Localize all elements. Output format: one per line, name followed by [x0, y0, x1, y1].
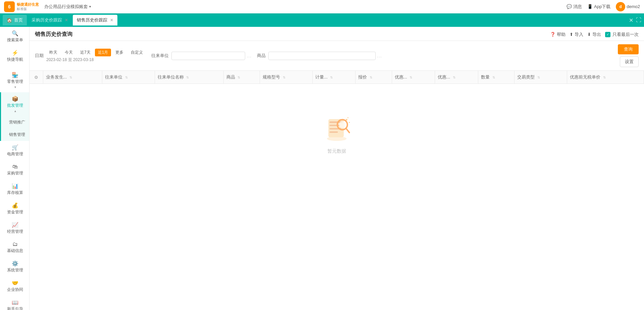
message-btn[interactable]: 💬 消息: [567, 4, 582, 10]
settings-button[interactable]: 设置: [620, 56, 639, 67]
col-biz-date[interactable]: 业务发生... ⇅: [43, 71, 102, 84]
date-btn-1month[interactable]: 近1月: [95, 49, 111, 56]
retail-icon: 🏪: [12, 72, 18, 78]
app-download-btn[interactable]: 📱 App下载: [587, 4, 610, 10]
topbar-right: 💬 消息 📱 App下载 d demo2: [567, 2, 640, 11]
sort-unit-icon[interactable]: ⇅: [330, 75, 333, 79]
tab-purchase-history[interactable]: 采购历史价跟踪 ✕: [28, 15, 72, 25]
tab-home[interactable]: 🏠 首页: [3, 15, 27, 25]
svg-rect-7: [329, 132, 338, 133]
sort-quoted-price-icon[interactable]: ⇅: [370, 75, 372, 79]
col-discount1[interactable]: 优惠... ⇅: [392, 71, 435, 84]
close-sales-tab-icon[interactable]: ✕: [110, 18, 113, 22]
sidebar-item-quicknav[interactable]: ⚡ 快捷导航: [0, 46, 29, 66]
sidebar-item-guide[interactable]: 📖 新手引导: [0, 296, 29, 310]
logo-text: 畅捷通好生意 标准版: [17, 2, 39, 11]
data-table: ⚙ 业务发生... ⇅ 往来单位 ⇅ 往来单位名称 ⇅: [30, 71, 644, 181]
sort-trade-type-icon[interactable]: ⇅: [537, 75, 540, 79]
sidebar-item-retail[interactable]: 🏪 零售管理 ▾: [0, 68, 29, 92]
date-btn-custom[interactable]: 自定义: [128, 49, 146, 56]
guide-icon: 📖: [12, 299, 18, 306]
sort-discount1-icon[interactable]: ⇅: [410, 75, 412, 79]
wholesale-arrow-icon: ▴: [14, 109, 16, 113]
fullscreen-icon[interactable]: ⛶: [636, 17, 641, 23]
only-last-checkbox-area[interactable]: ✓ 只看最后一次: [605, 32, 639, 38]
col-quantity[interactable]: 数量 ⇅: [478, 71, 515, 84]
date-btn-yesterday[interactable]: 昨天: [46, 49, 60, 56]
finance-icon: 💰: [12, 202, 18, 209]
only-last-checkbox[interactable]: ✓: [605, 32, 610, 37]
empty-illustration: [320, 111, 354, 144]
col-trade-type[interactable]: 交易类型 ⇅: [515, 71, 567, 84]
sidebar-item-purchase[interactable]: 🛍 采购管理: [0, 160, 29, 179]
sidebar-item-inventory[interactable]: 📊 库存核算: [0, 179, 29, 199]
sidebar-item-marketing[interactable]: 营销推广: [5, 116, 29, 128]
date-label: 日期: [35, 53, 44, 59]
quicknav-icon: ⚡: [12, 50, 18, 56]
date-btn-7days[interactable]: 近7天: [77, 49, 94, 56]
col-unit-code[interactable]: 往来单位 ⇅: [102, 71, 155, 84]
empty-state-row: 暂元数据: [30, 84, 644, 182]
col-pretax-price[interactable]: 优惠前无税单价 ⇅: [567, 71, 644, 84]
col-discount2[interactable]: 优惠... ⇅: [435, 71, 478, 84]
date-btn-today[interactable]: 今天: [62, 49, 76, 56]
export-btn[interactable]: ⬇ 导出: [587, 32, 601, 38]
sidebar-item-business[interactable]: 📈 经营管理: [0, 218, 29, 238]
product-input[interactable]: [268, 52, 376, 60]
sort-pretax-price-icon[interactable]: ⇅: [603, 75, 606, 79]
col-settings[interactable]: ⚙: [30, 71, 43, 84]
checkmark-icon: ✓: [606, 33, 609, 36]
sidebar-item-finance[interactable]: 💰 资金管理: [0, 199, 29, 218]
logo-area[interactable]: 6 畅捷通好生意 标准版: [4, 1, 39, 12]
col-unit-name[interactable]: 往来单位名称 ⇅: [155, 71, 223, 84]
sidebar-item-enterprise[interactable]: 🤝 企业协同: [0, 276, 29, 296]
product-dots[interactable]: ...: [377, 53, 382, 58]
purchase-icon: 🛍: [12, 164, 18, 170]
table-area: ⚙ 业务发生... ⇅ 往来单位 ⇅ 往来单位名称 ⇅: [30, 71, 644, 310]
date-col: 昨天 今天 近7天 近1月 更多 自定义 2023-02-18 至 2023-0…: [46, 49, 146, 63]
help-icon: ❓: [550, 32, 555, 37]
sidebar-item-system[interactable]: ⚙️ 系统管理: [0, 257, 29, 276]
sort-unit-code-icon[interactable]: ⇅: [125, 75, 128, 79]
close-all-tabs-icon[interactable]: ✕: [629, 17, 633, 23]
message-icon: 💬: [567, 4, 572, 9]
sidebar-item-ecommerce[interactable]: 🛒 电商管理: [0, 141, 29, 160]
sidebar-item-wholesale[interactable]: 📦 批发管理 ▴: [0, 92, 29, 116]
sort-product-icon[interactable]: ⇅: [237, 75, 240, 79]
basic-icon: 🗂: [12, 241, 18, 247]
ecommerce-icon: 🛒: [12, 144, 18, 151]
sort-discount2-icon[interactable]: ⇅: [453, 75, 455, 79]
filter-right-actions: 查询 设置: [618, 44, 639, 67]
from-unit-dots[interactable]: ...: [247, 53, 252, 58]
svg-point-13: [347, 117, 348, 118]
product-input-group: ...: [268, 52, 382, 60]
product-filter-group: 商品 ...: [257, 52, 382, 60]
col-spec[interactable]: 规格型号 ⇅: [260, 71, 313, 84]
help-btn[interactable]: ❓ 帮助: [550, 32, 566, 38]
sidebar-item-search[interactable]: 🔍 搜索菜单: [0, 27, 29, 46]
col-unit[interactable]: 计量... ⇅: [312, 71, 356, 84]
chevron-down-icon: ▾: [89, 5, 91, 8]
sort-biz-date-icon[interactable]: ⇅: [69, 75, 72, 79]
main-layout: 🔍 搜索菜单 ⚡ 快捷导航 🏪 零售管理 ▾ 📦 批发管理 ▴ 营销推广 销售管…: [0, 27, 644, 310]
sort-spec-icon[interactable]: ⇅: [283, 75, 285, 79]
sidebar-item-basic[interactable]: 🗂 基础信息: [0, 238, 29, 257]
import-btn[interactable]: ⬆ 导入: [570, 32, 583, 38]
date-filter-group: 日期 昨天 今天 近7天 近1月 更多 自定义 2023-02-18 至 202…: [35, 49, 146, 63]
col-quoted-price[interactable]: 报价 ⇅: [356, 71, 392, 84]
from-unit-filter-group: 往来单位 ...: [151, 52, 252, 60]
sort-quantity-icon[interactable]: ⇅: [492, 75, 495, 79]
from-unit-input[interactable]: [171, 52, 245, 60]
svg-rect-5: [329, 125, 340, 126]
close-purchase-tab-icon[interactable]: ✕: [65, 18, 68, 22]
date-btn-more[interactable]: 更多: [112, 49, 126, 56]
tab-sales-history[interactable]: 销售历史价跟踪 ✕: [73, 15, 117, 25]
user-area[interactable]: d demo2: [616, 2, 640, 11]
settings-col-icon[interactable]: ⚙: [32, 75, 40, 80]
workspace-selector[interactable]: 办公用品行业模拟账套 ▾: [42, 2, 94, 11]
sidebar-item-sales-mgmt[interactable]: 销售管理: [5, 128, 29, 141]
col-product[interactable]: 商品 ⇅: [223, 71, 260, 84]
sort-unit-name-icon[interactable]: ⇅: [186, 75, 189, 79]
avatar: d: [616, 2, 625, 11]
query-button[interactable]: 查询: [618, 44, 639, 54]
